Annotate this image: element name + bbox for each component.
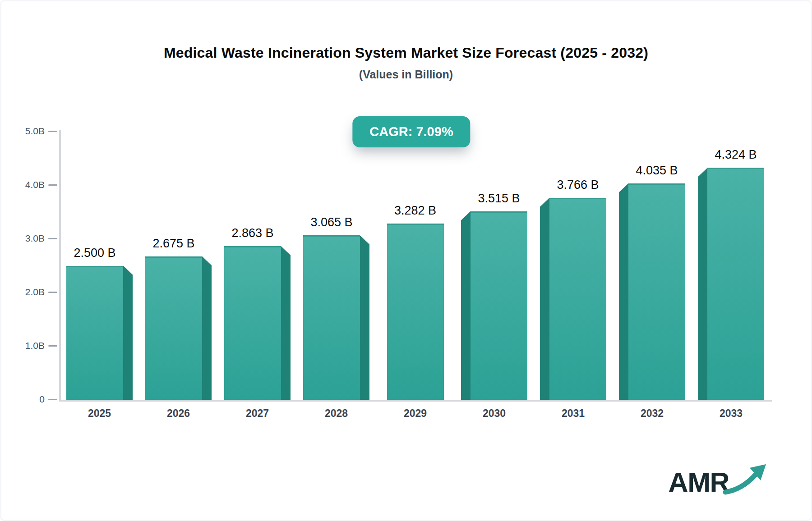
bar-value-label: 4.035 B	[603, 164, 711, 178]
bar-side-panel	[619, 183, 628, 400]
y-tick	[48, 238, 57, 239]
bar-side-panel	[461, 211, 471, 400]
y-tick	[48, 292, 57, 293]
x-label-2027: 2027	[226, 407, 289, 420]
plot-area: 01.0B2.0B3.0B4.0B5.0B2.500 B2.675 B2.863…	[60, 132, 770, 400]
chart-title: Medical Waste Incineration System Market…	[1, 45, 811, 61]
x-label-2026: 2026	[147, 407, 210, 420]
bar-2028	[303, 235, 360, 400]
x-label-2029: 2029	[384, 407, 447, 420]
bar-2025	[66, 266, 123, 400]
x-label-2030: 2030	[463, 407, 526, 420]
y-tick-label: 5.0B	[9, 126, 45, 137]
bar-side-panel	[123, 266, 133, 400]
bar-2026	[145, 256, 202, 400]
bar-side-panel	[281, 246, 291, 400]
bar-2027	[224, 246, 281, 400]
chart-card: Medical Waste Incineration System Market…	[0, 0, 812, 521]
x-axis-line	[59, 400, 772, 402]
bar-2029	[387, 224, 444, 400]
bar-side-panel	[202, 256, 212, 400]
y-tick-label: 1.0B	[9, 340, 45, 351]
bar-value-label: 3.766 B	[524, 178, 632, 192]
y-tick-label: 3.0B	[9, 233, 45, 244]
y-tick	[48, 345, 57, 347]
amr-logo-text: AMR	[669, 469, 729, 496]
bar-2032	[628, 183, 685, 400]
bar-2031	[549, 198, 606, 400]
bar-value-label: 3.282 B	[361, 204, 470, 218]
bar-value-label: 4.324 B	[682, 148, 790, 162]
x-label-2028: 2028	[305, 407, 368, 420]
x-label-2033: 2033	[700, 407, 763, 420]
y-tick-label: 0	[9, 394, 45, 405]
bar-2030	[471, 211, 527, 400]
y-tick-label: 2.0B	[9, 287, 45, 297]
bar-2033	[707, 168, 764, 400]
bar-side-panel	[540, 198, 549, 400]
y-tick	[48, 399, 57, 400]
bar-side-panel	[360, 235, 369, 400]
x-label-2025: 2025	[68, 407, 131, 420]
bar-value-label: 3.515 B	[445, 192, 553, 206]
growth-arrow-icon	[723, 462, 768, 496]
y-tick-label: 4.0B	[9, 179, 45, 190]
y-tick	[48, 184, 57, 186]
chart-subtitle: (Values in Billion)	[1, 68, 811, 81]
y-tick	[48, 131, 57, 132]
x-label-2031: 2031	[542, 407, 605, 420]
amr-logo: AMR	[669, 469, 768, 496]
bar-side-panel	[698, 168, 707, 400]
x-label-2032: 2032	[621, 407, 684, 420]
